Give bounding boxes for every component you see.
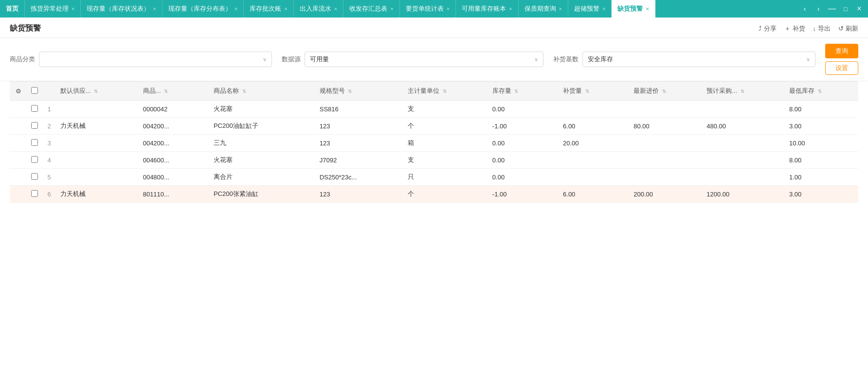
row-num-1: 2: [42, 118, 56, 135]
th-product-code[interactable]: 商品... ⇅: [139, 82, 210, 101]
close-tab-batch-account[interactable]: ×: [284, 6, 287, 12]
close-tab-collection-summary[interactable]: ×: [390, 6, 393, 12]
th-checkbox[interactable]: [27, 82, 42, 101]
tab-shortage[interactable]: 缺货预警 ×: [612, 0, 655, 18]
sort-stock-icon: ⇅: [514, 88, 518, 94]
row-unit-4: 只: [404, 169, 488, 186]
close-tab-overstock[interactable]: ×: [602, 6, 605, 12]
tab-overstock[interactable]: 超储预警 ×: [568, 0, 612, 18]
row-spec-2: 123: [316, 135, 404, 152]
row-check-4[interactable]: [31, 173, 38, 180]
th-unit[interactable]: 主计量单位 ⇅: [404, 82, 488, 101]
tab-inventory-dist[interactable]: 现存量（库存分布表） ×: [163, 0, 244, 18]
close-tab-abnormal[interactable]: ×: [72, 6, 74, 12]
share-icon: ⤴: [759, 25, 762, 32]
page-title: 缺货预警: [10, 23, 759, 34]
table-row: 3 004200... 三九 123 箱 0.00 20.00 10.00: [10, 135, 858, 152]
row-min-stock-1: 3.00: [785, 118, 858, 135]
tab-demand-stats[interactable]: 要货单统计表 ×: [400, 0, 456, 18]
th-estimated-purchase[interactable]: 预计采购... ⇅: [703, 82, 785, 101]
row-check-2[interactable]: [31, 139, 38, 146]
close-tab-shortage[interactable]: ×: [646, 6, 649, 12]
replenish-button[interactable]: ＋ 补货: [784, 24, 805, 33]
th-stock-qty[interactable]: 库存量 ⇅: [488, 82, 559, 101]
row-checkbox-4[interactable]: [27, 169, 42, 186]
close-tab-available-ledger[interactable]: ×: [509, 6, 512, 12]
row-price-2: [630, 135, 703, 152]
tab-batch-account[interactable]: 库存批次账 ×: [244, 0, 293, 18]
th-product-name[interactable]: 商品名称 ⇅: [210, 82, 316, 101]
row-checkbox-2[interactable]: [27, 135, 42, 152]
tab-inventory-status[interactable]: 现存量（库存状况表） ×: [81, 0, 162, 18]
th-spec[interactable]: 规格型号 ⇅: [316, 82, 404, 101]
row-spec-4: DS250*23c...: [316, 169, 404, 186]
row-replenish-0: [559, 101, 630, 118]
th-gear[interactable]: ⚙: [10, 82, 27, 101]
row-code-3: 004600...: [139, 152, 210, 169]
close-tab-inventory-status[interactable]: ×: [153, 6, 156, 12]
row-stock-4: 0.00: [488, 169, 559, 186]
row-name-2: 三九: [210, 135, 316, 152]
row-check-5[interactable]: [31, 190, 38, 197]
row-checkbox-1[interactable]: [27, 118, 42, 135]
row-check-0[interactable]: [31, 105, 38, 112]
category-label: 商品分类: [10, 55, 35, 64]
close-tab-inout-flow[interactable]: ×: [334, 6, 337, 12]
row-checkbox-5[interactable]: [27, 186, 42, 203]
row-unit-2: 箱: [404, 135, 488, 152]
datasource-select[interactable]: 可用量 ∨: [305, 52, 544, 67]
tab-abnormal[interactable]: 拣货异常处理 ×: [25, 0, 81, 18]
close-tab-expiry-query[interactable]: ×: [559, 6, 562, 12]
th-min-stock[interactable]: 最低库存 ⇅: [785, 82, 858, 101]
refresh-button[interactable]: ↺ 刷新: [838, 24, 858, 33]
select-all-checkbox[interactable]: [31, 87, 38, 94]
share-button[interactable]: ⤴ 分享: [759, 24, 777, 33]
th-default-supplier[interactable]: 默认供应... ⇅: [56, 82, 139, 101]
datasource-value: 可用量: [310, 55, 329, 64]
settings-button[interactable]: 设置: [825, 61, 858, 75]
tab-home[interactable]: 首页: [0, 0, 25, 18]
replenish-base-value: 安全库存: [588, 55, 613, 64]
row-min-stock-3: 8.00: [785, 152, 858, 169]
row-checkbox-3[interactable]: [27, 152, 42, 169]
sort-name-icon: ⇅: [242, 88, 246, 94]
query-button[interactable]: 查询: [825, 44, 858, 58]
tab-expiry-query[interactable]: 保质期查询 ×: [519, 0, 568, 18]
window-close[interactable]: ×: [852, 2, 866, 16]
row-estimated-3: [703, 152, 785, 169]
table-container: ⚙ 默认供应... ⇅ 商品... ⇅ 商品名称: [0, 81, 868, 203]
tab-scroll-right[interactable]: ›: [812, 2, 825, 16]
tab-available-ledger[interactable]: 可用量库存账本 ×: [456, 0, 518, 18]
row-spec-3: J7092: [316, 152, 404, 169]
th-latest-price[interactable]: 最新进价 ⇅: [630, 82, 703, 101]
row-min-stock-5: 3.00: [785, 186, 858, 203]
row-name-4: 离合片: [210, 169, 316, 186]
row-stock-3: 0.00: [488, 152, 559, 169]
row-name-0: 火花塞: [210, 101, 316, 118]
row-gear-5: [10, 186, 27, 203]
th-row-num: [42, 82, 56, 101]
row-supplier-0: [56, 101, 139, 118]
action-buttons: 查询 设置: [825, 44, 858, 75]
filter-replenish-base: 补货基数 安全库存 ∨: [553, 52, 815, 67]
tab-inout-flow[interactable]: 出入库流水 ×: [294, 0, 344, 18]
category-select[interactable]: ∨: [39, 52, 272, 67]
replenish-base-select[interactable]: 安全库存 ∨: [582, 52, 815, 67]
row-checkbox-0[interactable]: [27, 101, 42, 118]
window-maximize[interactable]: □: [839, 2, 852, 16]
data-table: ⚙ 默认供应... ⇅ 商品... ⇅ 商品名称: [10, 81, 858, 203]
main-content: 缺货预警 ⤴ 分享 ＋ 补货 ↓ 导出 ↺ 刷新 商品分类: [0, 18, 868, 387]
th-replenish-qty[interactable]: 补货量 ⇅: [559, 82, 630, 101]
window-minimize[interactable]: —: [825, 2, 839, 16]
row-check-1[interactable]: [31, 122, 38, 129]
export-button[interactable]: ↓ 导出: [813, 24, 831, 33]
row-check-3[interactable]: [31, 156, 38, 163]
tab-scroll-left[interactable]: ‹: [798, 2, 812, 16]
tab-collection-summary[interactable]: 收发存汇总表 ×: [344, 0, 399, 18]
row-price-5: 200.00: [630, 186, 703, 203]
close-tab-demand-stats[interactable]: ×: [447, 6, 450, 12]
tab-nav-controls: ‹ › — □ ×: [796, 2, 868, 16]
close-tab-inventory-dist[interactable]: ×: [235, 6, 237, 12]
refresh-icon: ↺: [838, 25, 844, 32]
filter-category: 商品分类 ∨: [10, 52, 272, 67]
